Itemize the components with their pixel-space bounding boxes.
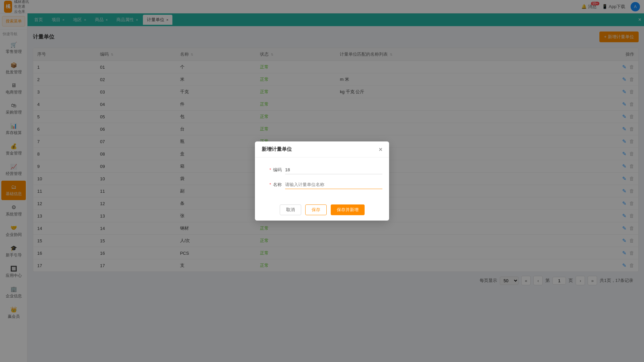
modal: 新增计量单位 × * 编码 * 名称 取消 保存 保存并新增 <box>255 141 389 221</box>
modal-header: 新增计量单位 × <box>255 141 389 158</box>
modal-close-btn[interactable]: × <box>379 146 382 153</box>
modal-overlay: 新增计量单位 × * 编码 * 名称 取消 保存 保存并新增 <box>0 0 644 362</box>
required-mark-code: * <box>269 167 271 172</box>
form-label-name: * 名称 <box>262 182 282 188</box>
modal-code-input[interactable] <box>285 166 382 174</box>
modal-save-btn[interactable]: 保存 <box>305 204 327 215</box>
required-mark-name: * <box>269 182 271 187</box>
form-row-name: * 名称 <box>262 180 382 189</box>
modal-cancel-btn[interactable]: 取消 <box>280 204 301 215</box>
modal-title: 新增计量单位 <box>262 146 292 153</box>
modal-footer: 取消 保存 保存并新增 <box>255 200 389 221</box>
modal-save-new-btn[interactable]: 保存并新增 <box>331 204 365 215</box>
form-row-code: * 编码 <box>262 166 382 174</box>
modal-body: * 编码 * 名称 <box>255 158 389 200</box>
form-label-code: * 编码 <box>262 167 282 173</box>
modal-name-input[interactable] <box>285 180 382 189</box>
